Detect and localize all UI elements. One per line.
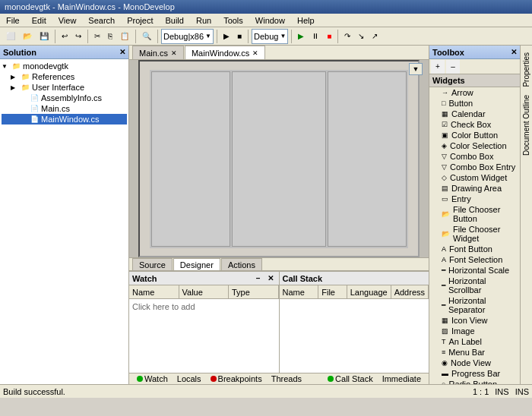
col-type[interactable]: Type bbox=[229, 285, 279, 298]
stop-red[interactable]: ■ bbox=[324, 29, 334, 44]
new-btn[interactable]: ⬜ bbox=[3, 29, 18, 44]
tab-mainwindow-cs[interactable]: MainWindow.cs ✕ bbox=[185, 46, 265, 59]
menu-file[interactable]: File bbox=[3, 15, 23, 26]
toolbox-item-image[interactable]: ▨Image bbox=[429, 326, 520, 336]
copy-btn[interactable]: ⎘ bbox=[105, 29, 116, 44]
sep2 bbox=[87, 30, 88, 43]
colorsel-icon: ◈ bbox=[442, 142, 447, 150]
toolbox-item-filechooserbtn[interactable]: 📂File Chooser Button bbox=[429, 204, 520, 224]
menu-tools[interactable]: Tools bbox=[220, 15, 246, 26]
toolbox-item-fontsel[interactable]: AFont Selection bbox=[429, 254, 520, 265]
debug-dropdown[interactable]: Debug ▼ bbox=[252, 29, 288, 44]
footer-tab-threads[interactable]: Threads bbox=[267, 373, 306, 384]
config-dropdown[interactable]: Debug|x86 ▼ bbox=[161, 29, 214, 44]
tree-main[interactable]: ▶ 📄 Main.cs bbox=[2, 103, 127, 114]
toolbox-item-comboboxentry[interactable]: ▽Combo Box Entry bbox=[429, 162, 520, 172]
toolbox-item-menubar[interactable]: ≡Menu Bar bbox=[429, 347, 520, 358]
tree-references[interactable]: ▶ 📁 References bbox=[2, 71, 127, 82]
menu-window[interactable]: Window bbox=[252, 15, 288, 26]
build-btn[interactable]: ▶ bbox=[220, 29, 233, 44]
tab-designer[interactable]: Designer bbox=[173, 258, 220, 270]
tree-mainwindow[interactable]: ▶ 📄 MainWindow.cs bbox=[2, 114, 127, 124]
cs-col-lang[interactable]: Language bbox=[347, 285, 391, 298]
right-tab-document-outline[interactable]: Document Outline bbox=[520, 91, 532, 159]
footer-tab-breakpoints[interactable]: Breakpoints bbox=[206, 373, 267, 384]
pause-btn[interactable]: ⏸ bbox=[309, 29, 322, 44]
footer-tab-callstack[interactable]: Call Stack bbox=[323, 373, 378, 384]
watch-hint[interactable]: Click here to add bbox=[129, 299, 279, 314]
menu-project[interactable]: Project bbox=[124, 15, 156, 26]
toolbox-item-combobox[interactable]: ▽Combo Box bbox=[429, 151, 520, 162]
nodeview-icon: ◉ bbox=[442, 359, 448, 367]
toolbox-item-colorsel[interactable]: ◈Color Selection bbox=[429, 140, 520, 151]
toolbox-item-label[interactable]: TAn Label bbox=[429, 336, 520, 347]
toolbox-item-filechooserwidget[interactable]: 📂File Chooser Widget bbox=[429, 224, 520, 244]
toolbox-item-hscrollbar[interactable]: ━Horizontal Scrollbar bbox=[429, 276, 520, 295]
callstack-columns: Name File Language Address bbox=[280, 285, 429, 299]
cut-btn[interactable]: ✂ bbox=[91, 29, 103, 44]
toolbox-collapse-btn[interactable]: – bbox=[446, 60, 460, 74]
toolbox-item-radiobtn[interactable]: ○Radio Button bbox=[429, 379, 520, 384]
tab-source[interactable]: Source bbox=[132, 258, 173, 270]
callstack-content bbox=[280, 299, 429, 373]
toolbox-expand-btn[interactable]: + bbox=[431, 60, 445, 74]
cs-col-file[interactable]: File bbox=[318, 285, 347, 298]
toolbox-item-progressbar[interactable]: ▬Progress Bar bbox=[429, 368, 520, 379]
menu-search[interactable]: Search bbox=[85, 15, 118, 26]
toolbox-item-customwidget[interactable]: ◇Custom Widget bbox=[429, 172, 520, 183]
search-btn[interactable]: 🔍 bbox=[139, 29, 154, 44]
toolbox-item-calendar[interactable]: ▦Calendar bbox=[429, 109, 520, 119]
canvas-dropdown-btn[interactable]: ▼ bbox=[409, 63, 423, 75]
stop-btn[interactable]: ■ bbox=[234, 29, 245, 44]
tree-ui[interactable]: ▶ 📁 User Interface bbox=[2, 82, 127, 93]
toolbox-item-entry[interactable]: ▭Entry bbox=[429, 194, 520, 204]
toolbox-item-checkbox[interactable]: ☑Check Box bbox=[429, 119, 520, 130]
run-green[interactable]: ▶ bbox=[295, 29, 307, 44]
save-btn[interactable]: 💾 bbox=[36, 29, 52, 44]
step-over[interactable]: ↷ bbox=[341, 29, 353, 44]
open-btn[interactable]: 📂 bbox=[20, 29, 35, 44]
col-name[interactable]: Name bbox=[129, 285, 179, 298]
checkbox-icon: ☑ bbox=[442, 121, 448, 128]
toolbox-item-fontbtn[interactable]: AFont Button bbox=[429, 244, 520, 254]
menu-run[interactable]: Run bbox=[193, 15, 214, 26]
step-in[interactable]: ↘ bbox=[355, 29, 367, 44]
toolbox-item-iconview[interactable]: ▦Icon View bbox=[429, 315, 520, 326]
menu-build[interactable]: Build bbox=[162, 15, 186, 26]
tree-root[interactable]: ▼ 📁 monodevgtk bbox=[2, 61, 127, 71]
toolbox-close-btn[interactable]: ✕ bbox=[511, 48, 517, 56]
tab-main-cs[interactable]: Main.cs ✕ bbox=[132, 46, 184, 59]
right-tab-properties[interactable]: Properties bbox=[520, 49, 532, 91]
toolbox-item-button[interactable]: □Button bbox=[429, 98, 520, 109]
toolbox-section-widgets[interactable]: Widgets bbox=[429, 74, 520, 87]
menu-help[interactable]: Help bbox=[294, 15, 318, 26]
tab-close-icon2[interactable]: ✕ bbox=[252, 49, 258, 57]
footer-tab-locals[interactable]: Locals bbox=[173, 373, 206, 384]
undo-btn[interactable]: ↩ bbox=[59, 29, 71, 44]
tab-close-icon[interactable]: ✕ bbox=[171, 49, 177, 57]
folder-icon2: 📁 bbox=[20, 73, 30, 80]
toolbox-item-colorbtn[interactable]: ▣Color Button bbox=[429, 130, 520, 140]
col-value[interactable]: Value bbox=[179, 285, 230, 298]
tab-actions[interactable]: Actions bbox=[221, 258, 262, 270]
tree-assemblyinfo[interactable]: ▶ 📄 AssemblyInfo.cs bbox=[2, 93, 127, 103]
toolbox-item-arrow[interactable]: →Arrow bbox=[429, 87, 520, 98]
footer-tab-immediate[interactable]: Immediate bbox=[378, 373, 426, 384]
toolbox-item-drawingarea[interactable]: ▤Drawing Area bbox=[429, 183, 520, 194]
menu-view[interactable]: View bbox=[55, 15, 80, 26]
redo-btn[interactable]: ↪ bbox=[72, 29, 84, 44]
cs-col-name[interactable]: Name bbox=[280, 285, 319, 298]
solution-close-btn[interactable]: ✕ bbox=[119, 48, 125, 56]
footer-label-callstack: Call Stack bbox=[335, 374, 373, 383]
menu-edit[interactable]: Edit bbox=[29, 15, 49, 26]
toolbox-item-nodeview[interactable]: ◉Node View bbox=[429, 358, 520, 368]
watch-minimize-btn[interactable]: – bbox=[253, 273, 264, 284]
toolbox-item-hsep[interactable]: ━Horizontal Separator bbox=[429, 295, 520, 315]
toolbox-item-hscale[interactable]: ━Horizontal Scale bbox=[429, 265, 520, 276]
watch-close-btn[interactable]: ✕ bbox=[265, 273, 276, 284]
paste-btn[interactable]: 📋 bbox=[117, 29, 132, 44]
toolbox-header: Toolbox ✕ bbox=[429, 46, 520, 59]
cs-col-addr[interactable]: Address bbox=[391, 285, 429, 298]
step-out[interactable]: ↗ bbox=[369, 29, 381, 44]
footer-tab-watch[interactable]: Watch bbox=[132, 373, 173, 384]
